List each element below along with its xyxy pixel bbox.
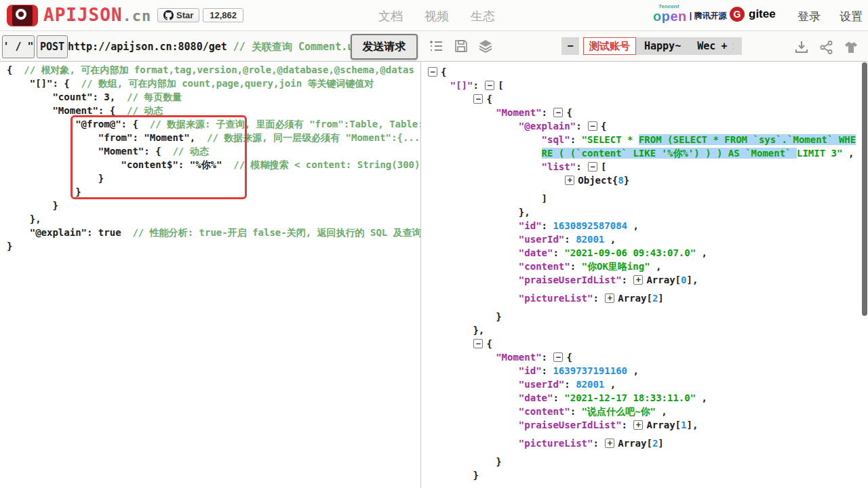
brand-title[interactable]: APIJSON.cn	[43, 5, 151, 25]
code-segment: "content$": "%你%"	[7, 159, 233, 170]
response-viewer: −{ "[]": −[ −{ "Moment": −{ "@explain": …	[422, 62, 868, 488]
code-line: }	[427, 468, 868, 482]
collapse-toggle-icon[interactable]: −	[473, 339, 483, 348]
collapse-toggle-icon[interactable]: −	[428, 67, 437, 77]
login-link[interactable]: 登录	[797, 9, 821, 24]
code-line: }	[7, 185, 420, 199]
code-line: },	[7, 212, 420, 226]
viewer-scrollbar[interactable]	[862, 62, 867, 316]
code-line: "Moment": −{	[427, 106, 868, 119]
github-star-button[interactable]: Star	[157, 8, 199, 22]
download-icon[interactable]	[793, 39, 810, 56]
code-segment: "date"	[519, 247, 553, 258]
code-segment: :	[542, 365, 553, 376]
code-segment: ,	[604, 234, 616, 245]
code-line: "praiseUserIdList": +Array[0],	[427, 273, 868, 287]
code-segment: ]	[427, 193, 547, 204]
url-text: http://apijson.cn:8080/get	[68, 41, 227, 53]
http-method-button[interactable]: POST	[37, 35, 68, 58]
nav-ecosystem[interactable]: 生态	[471, 8, 495, 24]
collapse-toggle-icon[interactable]: −	[588, 162, 597, 171]
url-input[interactable]: http://apijson.cn:8080/get // 关联查询 Comme…	[68, 38, 351, 56]
code-segment: FROM (SELECT * FROM `sys`.`Moment` WHE	[639, 134, 856, 145]
code-segment	[427, 379, 519, 390]
code-line: RE ( (`content` LIKE '%你%') ) ) AS `Mome…	[427, 146, 868, 160]
code-segment: {	[486, 94, 492, 104]
send-request-button[interactable]: 发送请求	[351, 34, 418, 60]
code-segment: :	[570, 406, 582, 417]
expand-toggle-icon[interactable]: +	[605, 293, 614, 303]
code-segment: ]	[658, 293, 663, 304]
layers-icon[interactable]	[477, 38, 494, 54]
code-segment: 1639737191160	[553, 365, 627, 376]
expand-toggle-icon[interactable]: +	[605, 439, 614, 448]
code-segment: "from": "Moment",	[7, 132, 207, 143]
apijson-logo-icon[interactable]	[7, 5, 38, 26]
code-segment: :	[570, 134, 582, 145]
tab-test-account[interactable]: 测试账号	[583, 37, 636, 55]
code-segment: :	[622, 420, 633, 430]
nav-docs[interactable]: 文档	[378, 8, 403, 24]
code-line: "list": −[	[427, 160, 868, 174]
code-segment: 82001	[576, 234, 604, 245]
code-segment: :	[553, 247, 564, 258]
code-segment: Array[	[618, 438, 652, 449]
code-segment: :	[593, 293, 604, 304]
shirt-icon[interactable]	[843, 39, 859, 56]
toolbar: ' / " POST http://apijson.cn:8080/get //…	[0, 31, 868, 62]
collapse-toggle-icon[interactable]: −	[553, 108, 563, 117]
collapse-toggle-icon[interactable]: −	[485, 81, 494, 90]
code-segment: {	[486, 338, 492, 349]
code-segment: // 动态	[172, 146, 208, 157]
code-segment: "count": 3,	[7, 92, 127, 102]
code-segment: "你OK里咯ing"	[582, 261, 650, 272]
expand-toggle-icon[interactable]: +	[565, 176, 574, 185]
code-segment: ,	[627, 365, 639, 376]
code-line: }	[427, 310, 868, 323]
code-segment: [	[601, 161, 606, 172]
code-segment	[427, 94, 473, 104]
code-segment: Array[	[618, 293, 652, 304]
share-icon[interactable]	[818, 39, 835, 56]
code-segment: :	[553, 392, 564, 403]
quote-toggle-button[interactable]: ' / "	[2, 35, 35, 58]
code-segment: ,	[604, 379, 616, 390]
code-segment: {	[566, 352, 572, 363]
code-segment: Object{	[578, 175, 618, 186]
code-segment: [	[498, 80, 503, 91]
code-segment: "content"	[519, 406, 570, 417]
expand-toggle-icon[interactable]: +	[633, 420, 643, 430]
testcase-list-icon[interactable]	[429, 38, 445, 54]
code-segment: :	[564, 234, 576, 245]
code-segment: :	[473, 80, 484, 91]
star-count[interactable]: 12,862	[203, 8, 243, 22]
code-line: "Moment": −{	[427, 350, 868, 364]
code-segment: "Moment": {	[7, 105, 127, 116]
code-line: },	[427, 205, 868, 219]
code-segment: },	[427, 325, 484, 336]
tencent-open-logo[interactable]: Tencent open | 腾讯开源	[653, 4, 726, 23]
code-segment: "@explain"	[519, 121, 576, 131]
settings-link[interactable]: 设置	[840, 9, 863, 24]
gitee-label: gitee	[749, 7, 776, 21]
collapse-toggle-icon[interactable]: −	[553, 352, 563, 362]
url-comment: // 关联查询 Comment.use	[227, 41, 351, 53]
code-line: }	[7, 199, 420, 212]
code-line: "date": "2021-09-06 09:43:07.0" ,	[427, 246, 868, 260]
add-tab-button[interactable]: +	[715, 37, 733, 55]
collapse-tab-button[interactable]: −	[561, 37, 579, 55]
request-editor[interactable]: { // 根对象, 可在内部加 format,tag,version,@role…	[0, 62, 420, 488]
expand-toggle-icon[interactable]: +	[633, 275, 643, 285]
code-segment	[427, 234, 519, 245]
tencent-open-label: open	[653, 9, 687, 23]
tab-happy[interactable]: Happy~	[636, 37, 689, 55]
code-line: },	[427, 323, 868, 337]
collapse-toggle-icon[interactable]: −	[588, 121, 597, 131]
code-segment	[427, 148, 542, 159]
gitee-logo[interactable]: G gitee	[730, 7, 776, 22]
collapse-toggle-icon[interactable]: −	[473, 94, 483, 104]
main-nav: 文档 视频 生态	[378, 8, 495, 24]
nav-videos[interactable]: 视频	[425, 8, 449, 24]
save-icon[interactable]	[453, 38, 469, 54]
github-star-badge[interactable]: Star 12,862	[157, 8, 243, 22]
